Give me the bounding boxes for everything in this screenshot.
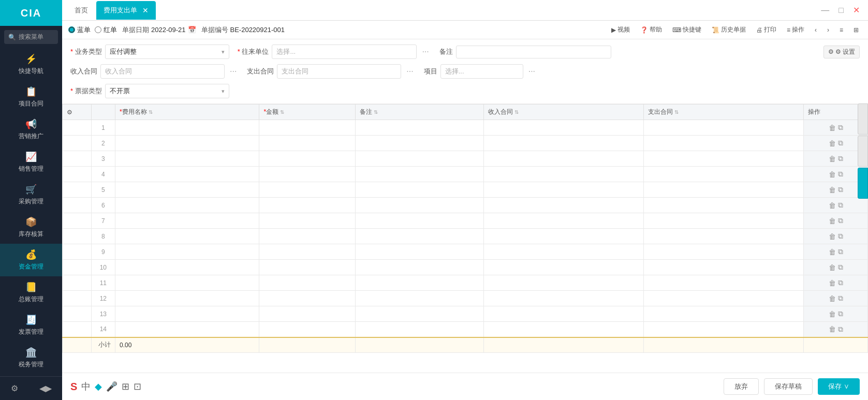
- row-income-contract-cell[interactable]: [483, 213, 643, 229]
- expense-contract-more-btn[interactable]: ···: [404, 67, 415, 76]
- row-delete-button[interactable]: 🗑: [829, 325, 836, 334]
- col-amount-sort-icon[interactable]: ⇅: [280, 109, 284, 115]
- row-income-contract-cell[interactable]: [483, 229, 643, 244]
- row-copy-button[interactable]: ⧉: [838, 247, 843, 256]
- col-income-sort-icon[interactable]: ⇅: [514, 109, 519, 115]
- row-copy-button[interactable]: ⧉: [838, 170, 843, 179]
- discard-button[interactable]: 放弃: [724, 378, 759, 395]
- row-copy-button[interactable]: ⧉: [838, 201, 843, 210]
- radio-red-label[interactable]: 红单: [95, 25, 117, 35]
- row-delete-button[interactable]: 🗑: [829, 232, 836, 241]
- radio-red-input[interactable]: [95, 26, 101, 33]
- row-copy-button[interactable]: ⧉: [838, 139, 843, 147]
- row-name-cell[interactable]: [115, 136, 259, 151]
- row-name-cell[interactable]: [115, 244, 259, 260]
- row-delete-button[interactable]: 🗑: [829, 154, 836, 163]
- counterpart-input[interactable]: 选择...: [272, 45, 417, 59]
- actions-toolbar-button[interactable]: ≡操作: [784, 24, 807, 36]
- income-contract-input[interactable]: 收入合同: [100, 64, 225, 79]
- row-amount-cell[interactable]: [259, 275, 356, 291]
- maximize-button[interactable]: □: [835, 5, 847, 16]
- row-income-contract-cell[interactable]: [483, 120, 643, 136]
- row-amount-cell[interactable]: [259, 291, 356, 306]
- row-note-cell[interactable]: [356, 213, 483, 229]
- minimize-button[interactable]: —: [818, 5, 832, 16]
- nav-prev-button[interactable]: ‹: [812, 25, 820, 35]
- col-sort-icon[interactable]: ⇅: [149, 109, 153, 115]
- right-edge-tab-1[interactable]: [858, 103, 868, 135]
- row-expense-contract-cell[interactable]: [643, 136, 803, 151]
- sidebar-item-tax[interactable]: 🏛️ 税务管理: [0, 342, 62, 374]
- row-name-cell[interactable]: [115, 182, 259, 198]
- business-type-select[interactable]: 应付调整 ▾: [105, 45, 229, 59]
- row-delete-button[interactable]: 🗑: [829, 123, 836, 132]
- row-note-cell[interactable]: [356, 151, 483, 167]
- note-input[interactable]: [456, 46, 611, 58]
- tab-expense[interactable]: 费用支出单✕: [96, 1, 156, 20]
- list-view-button[interactable]: ≡: [836, 25, 846, 35]
- row-delete-button[interactable]: 🗑: [829, 247, 836, 256]
- settings-button[interactable]: ⚙ ⚙ 设置: [823, 46, 860, 58]
- right-edge-tab-2[interactable]: [858, 136, 868, 167]
- row-income-contract-cell[interactable]: [483, 198, 643, 213]
- row-expense-contract-cell[interactable]: [643, 306, 803, 322]
- chinese-input-icon[interactable]: 中: [81, 380, 91, 393]
- row-delete-button[interactable]: 🗑: [829, 185, 836, 194]
- row-note-cell[interactable]: [356, 167, 483, 182]
- row-note-cell[interactable]: [356, 182, 483, 198]
- row-name-cell[interactable]: [115, 306, 259, 322]
- row-income-contract-cell[interactable]: [483, 275, 643, 291]
- row-amount-cell[interactable]: [259, 136, 356, 151]
- row-name-cell[interactable]: [115, 167, 259, 182]
- row-copy-button[interactable]: ⧉: [838, 154, 843, 163]
- row-delete-button[interactable]: 🗑: [829, 170, 836, 179]
- col-note-sort-icon[interactable]: ⇅: [374, 109, 378, 115]
- row-copy-button[interactable]: ⧉: [838, 278, 843, 287]
- row-copy-button[interactable]: ⧉: [838, 263, 843, 272]
- row-note-cell[interactable]: [356, 291, 483, 306]
- row-copy-button[interactable]: ⧉: [838, 185, 843, 194]
- mic-icon[interactable]: 🎤: [106, 381, 117, 392]
- counterpart-more-btn[interactable]: ···: [420, 47, 431, 56]
- row-amount-cell[interactable]: [259, 244, 356, 260]
- row-copy-button[interactable]: ⧉: [838, 232, 843, 241]
- row-amount-cell[interactable]: [259, 167, 356, 182]
- row-delete-button[interactable]: 🗑: [829, 278, 836, 287]
- row-amount-cell[interactable]: [259, 182, 356, 198]
- nav-next-button[interactable]: ›: [824, 25, 832, 35]
- row-name-cell[interactable]: [115, 151, 259, 167]
- row-amount-cell[interactable]: [259, 260, 356, 275]
- row-copy-button[interactable]: ⧉: [838, 294, 843, 303]
- row-expense-contract-cell[interactable]: [643, 244, 803, 260]
- row-note-cell[interactable]: [356, 306, 483, 322]
- row-delete-button[interactable]: 🗑: [829, 294, 836, 303]
- row-expense-contract-cell[interactable]: [643, 213, 803, 229]
- sidebar-item-invoice[interactable]: 🧾 发票管理: [0, 309, 62, 342]
- sidebar-item-marketing[interactable]: 📢 营销推广: [0, 113, 62, 146]
- video-toolbar-button[interactable]: ▶视频: [608, 24, 633, 36]
- row-note-cell[interactable]: [356, 229, 483, 244]
- row-income-contract-cell[interactable]: [483, 182, 643, 198]
- row-expense-contract-cell[interactable]: [643, 198, 803, 213]
- tab-close-icon[interactable]: ✕: [142, 6, 149, 14]
- row-income-contract-cell[interactable]: [483, 260, 643, 275]
- sidebar-item-project-contract[interactable]: 📋 项目合同: [0, 81, 62, 113]
- row-amount-cell[interactable]: [259, 322, 356, 337]
- row-delete-button[interactable]: 🗑: [829, 216, 836, 225]
- income-contract-more-btn[interactable]: ···: [228, 67, 239, 76]
- row-amount-cell[interactable]: [259, 229, 356, 244]
- help-toolbar-button[interactable]: ❓帮助: [637, 24, 665, 36]
- row-expense-contract-cell[interactable]: [643, 260, 803, 275]
- volume-icon-button[interactable]: ◀▶: [37, 381, 54, 396]
- row-delete-button[interactable]: 🗑: [829, 201, 836, 210]
- close-button[interactable]: ✕: [850, 4, 863, 16]
- row-copy-button[interactable]: ⧉: [838, 325, 843, 334]
- save-button[interactable]: 保存 ∨: [818, 378, 860, 395]
- row-expense-contract-cell[interactable]: [643, 151, 803, 167]
- grid-view-icon[interactable]: ⊞: [122, 381, 129, 392]
- row-note-cell[interactable]: [356, 275, 483, 291]
- settings-icon-button[interactable]: ⚙: [8, 381, 21, 396]
- invoice-type-select[interactable]: 不开票 ▾: [105, 84, 229, 98]
- row-income-contract-cell[interactable]: [483, 136, 643, 151]
- row-name-cell[interactable]: [115, 275, 259, 291]
